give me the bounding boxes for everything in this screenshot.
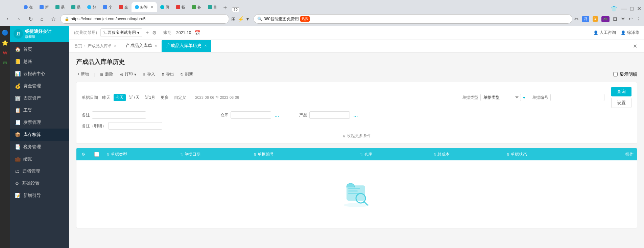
sidebar-item-basic-settings[interactable]: ⚙ 基础设置 bbox=[10, 177, 69, 189]
sidebar-item-tax[interactable]: 📑 税务管理 bbox=[10, 141, 69, 153]
warehouse-dots[interactable]: ... bbox=[275, 112, 279, 118]
apps-icon[interactable]: ⊞ bbox=[613, 16, 617, 22]
tab-12[interactable]: 目 bbox=[205, 2, 220, 12]
maximize-button[interactable]: □ bbox=[630, 6, 634, 12]
query-button[interactable]: 查询 bbox=[611, 87, 631, 96]
date-filter: 昨天 今天 近7天 近1月 更多 自定义 bbox=[100, 94, 188, 101]
add-company-button[interactable]: + bbox=[146, 30, 149, 36]
warehouse-input[interactable] bbox=[231, 111, 271, 119]
tab-4[interactable]: 易 bbox=[68, 2, 84, 12]
sidebar-item-inventory[interactable]: 📦 库存核算 bbox=[10, 129, 69, 141]
th-doc-no[interactable]: ⇅ 单据编号 bbox=[250, 149, 357, 160]
tab-2[interactable]: 新 bbox=[36, 2, 52, 12]
th-checkbox[interactable] bbox=[90, 152, 103, 157]
tab-close-8[interactable]: ✕ bbox=[150, 5, 153, 9]
game-icon[interactable]: 🎮 bbox=[601, 16, 610, 22]
breadcrumb-parent[interactable]: 产成品入库单 bbox=[88, 43, 112, 49]
forward-button[interactable]: › bbox=[14, 14, 24, 24]
th-doc-date[interactable]: ⇅ 单据日期 bbox=[177, 149, 250, 160]
tab-6[interactable]: 个 bbox=[100, 2, 116, 12]
user-info-button[interactable]: 👤 徐泽华 bbox=[621, 30, 639, 36]
translate-icon[interactable]: 译 bbox=[582, 16, 589, 22]
close-button[interactable]: ✕ bbox=[637, 5, 641, 12]
th-warehouse[interactable]: ⇅ 仓库 bbox=[357, 149, 430, 160]
page-tab-list-close[interactable]: × bbox=[155, 44, 157, 48]
dropdown-icon[interactable]: ▾ bbox=[246, 16, 249, 22]
tab-11[interactable]: 各 bbox=[189, 2, 205, 12]
customer-service-button[interactable]: 👤 人工咨询 bbox=[593, 30, 616, 36]
doc-type-select[interactable]: 单据类型 bbox=[480, 94, 521, 101]
tab-9[interactable]: 腾 bbox=[157, 2, 173, 12]
print-button[interactable]: 🖨 打印 ▾ bbox=[118, 71, 138, 78]
refresh-button[interactable]: ↻ 刷新 bbox=[179, 71, 194, 78]
sidebar-item-new-bill[interactable]: 📝 新增引导 bbox=[10, 189, 69, 202]
doc-no-input[interactable] bbox=[550, 94, 604, 101]
tab-7[interactable]: 企 bbox=[116, 2, 132, 12]
minimize-button[interactable]: — bbox=[621, 5, 627, 12]
select-all-checkbox[interactable] bbox=[94, 152, 99, 157]
close-area-button[interactable]: ✕ bbox=[631, 43, 639, 49]
scissors-icon[interactable]: ✂ bbox=[574, 16, 579, 22]
sidebar-item-payroll[interactable]: 📋 工资 bbox=[10, 104, 69, 116]
date-btn-yesterday[interactable]: 昨天 bbox=[100, 94, 112, 101]
th-doc-status[interactable]: ⇅ 单据状态 bbox=[503, 149, 577, 160]
sidebar-item-home[interactable]: 🏠 首页 bbox=[10, 43, 69, 55]
page-tab-history-close[interactable]: × bbox=[204, 43, 207, 48]
sidebar-item-fixed-assets[interactable]: 🏢 固定资产 bbox=[10, 92, 69, 104]
filter-settings-button[interactable]: 设置 bbox=[611, 98, 631, 108]
address-input[interactable]: 🔒 https://cloud.chanjet.com/accounting/u… bbox=[60, 14, 229, 24]
th-doc-type[interactable]: ⇅ 单据类型 bbox=[103, 149, 177, 160]
export-button[interactable]: ⬆ 导出 bbox=[160, 71, 175, 78]
lightning-icon[interactable]: ⚡ bbox=[238, 16, 244, 22]
delete-button[interactable]: 🗑 删除 bbox=[98, 71, 115, 78]
th-settings[interactable]: ⚙ bbox=[76, 152, 90, 157]
sidebar-item-invoice[interactable]: 🧾 发票管理 bbox=[10, 116, 69, 129]
date-btn-today[interactable]: 今天 bbox=[114, 94, 126, 101]
tab-3[interactable]: 易 bbox=[52, 2, 68, 12]
icon-sidebar-app[interactable]: 🔵 bbox=[1, 28, 9, 37]
sidebar-item-general-ledger[interactable]: 📒 总账 bbox=[10, 55, 69, 68]
icon-sidebar-weibo[interactable]: W bbox=[1, 49, 9, 57]
tab-1[interactable]: 在 bbox=[20, 2, 36, 12]
brightness-icon[interactable]: ☀ bbox=[621, 16, 625, 22]
refresh-button[interactable]: ↻ bbox=[26, 14, 35, 24]
breadcrumb-home[interactable]: 首页 bbox=[74, 43, 82, 49]
product-dots[interactable]: ... bbox=[353, 112, 358, 118]
date-btn-custom[interactable]: 自定义 bbox=[172, 94, 188, 101]
top-bar-right: 👤 人工咨询 👤 徐泽华 bbox=[593, 30, 639, 36]
home-button[interactable]: ⌂ bbox=[37, 14, 47, 24]
sidebar-item-fund-management[interactable]: 💰 资金管理 bbox=[10, 80, 69, 92]
icon-sidebar-star[interactable]: ⭐ bbox=[1, 39, 9, 47]
currency-icon[interactable]: ¥ bbox=[593, 16, 598, 22]
company-selector[interactable]: 江西服宝测试专用 ▾ bbox=[100, 28, 142, 37]
page-tab-history[interactable]: 产成品入库单历史 × bbox=[162, 40, 211, 52]
remark-input[interactable] bbox=[92, 111, 146, 119]
back-button[interactable]: ‹ bbox=[3, 14, 12, 24]
display-detail-checkbox[interactable] bbox=[613, 72, 618, 76]
page-tab-list[interactable]: 产成品入库单 × bbox=[121, 40, 162, 52]
date-btn-1month[interactable]: 近1月 bbox=[143, 94, 158, 101]
th-total-cost[interactable]: ⇅ 总成本 bbox=[430, 149, 503, 160]
tab-8-active[interactable]: 好评 ✕ bbox=[132, 2, 157, 12]
new-tab-button[interactable]: ＋ bbox=[220, 3, 230, 12]
product-input[interactable] bbox=[309, 111, 350, 119]
date-btn-more[interactable]: 更多 bbox=[159, 94, 171, 101]
icon-sidebar-mail[interactable]: ✉ bbox=[1, 59, 9, 67]
remark-detail-input[interactable] bbox=[108, 122, 162, 130]
search-bar[interactable]: 🔍 360智能抠图免费用 热搜 bbox=[254, 14, 572, 24]
calendar-icon[interactable]: 📅 bbox=[194, 30, 200, 36]
collapse-button[interactable]: ∧ 收起更多条件 bbox=[342, 133, 371, 139]
company-settings-icon[interactable]: ⚙ bbox=[152, 30, 157, 36]
grid-icon[interactable]: ⊞ bbox=[231, 16, 236, 22]
tab-10[interactable]: 畅 bbox=[173, 2, 189, 12]
sidebar-item-report-center[interactable]: 📊 云报表中心 bbox=[10, 68, 69, 80]
import-button[interactable]: ⬇ 导入 bbox=[141, 71, 157, 78]
add-button[interactable]: + 新增 bbox=[76, 71, 90, 78]
undo-icon[interactable]: ↩ bbox=[628, 16, 633, 22]
date-btn-7days[interactable]: 近7天 bbox=[127, 94, 142, 101]
sidebar-item-archive[interactable]: 🗂 归档管理 bbox=[10, 165, 69, 177]
tab-5[interactable]: 好 bbox=[84, 2, 100, 12]
sidebar-item-settlement[interactable]: 💼 结账 bbox=[10, 153, 69, 165]
bookmark-button[interactable]: ☆ bbox=[49, 14, 58, 24]
more-icon[interactable]: ⋮ bbox=[636, 16, 641, 22]
